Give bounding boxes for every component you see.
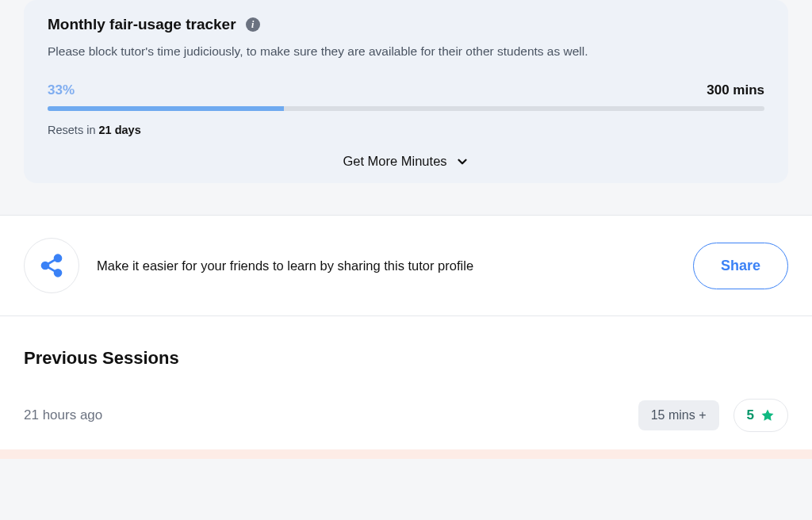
usage-progress-track [48, 106, 764, 111]
usage-resets-days: 21 days [98, 124, 140, 136]
session-row[interactable]: 21 hours ago 15 mins + 5 [0, 377, 812, 449]
get-more-minutes-button[interactable]: Get More Minutes [48, 154, 764, 169]
previous-sessions-section: Previous Sessions [0, 316, 812, 377]
chevron-down-icon [455, 155, 469, 169]
usage-tracker-description: Please block tutor's time judiciously, t… [48, 44, 764, 59]
usage-tracker-title: Monthly fair-usage tracker [48, 16, 236, 33]
previous-sessions-heading: Previous Sessions [24, 348, 788, 369]
usage-resets-prefix: Resets in [48, 124, 98, 136]
usage-resets-text: Resets in 21 days [48, 124, 764, 136]
share-icon [24, 238, 79, 293]
get-more-minutes-label: Get More Minutes [343, 154, 446, 169]
session-duration-pill: 15 mins + [638, 400, 719, 430]
usage-percent: 33% [48, 82, 75, 98]
usage-tracker-card: Monthly fair-usage tracker i Please bloc… [24, 0, 788, 183]
svg-marker-5 [762, 410, 774, 421]
footer-strip [0, 449, 812, 459]
usage-tracker-header: Monthly fair-usage tracker i [48, 16, 764, 33]
session-rating-value: 5 [747, 407, 754, 423]
usage-total-minutes: 300 mins [707, 82, 764, 98]
session-timestamp: 21 hours ago [24, 407, 102, 423]
share-button[interactable]: Share [693, 243, 788, 289]
session-meta: 15 mins + 5 [638, 399, 788, 432]
session-rating-pill: 5 [733, 399, 788, 432]
share-section: Make it easier for your friends to learn… [0, 215, 812, 316]
svg-line-3 [48, 260, 55, 264]
usage-progress-fill [48, 106, 284, 111]
usage-stats-row: 33% 300 mins [48, 82, 764, 98]
info-icon[interactable]: i [246, 17, 260, 32]
svg-line-4 [48, 267, 55, 271]
share-description: Make it easier for your friends to learn… [97, 258, 676, 273]
star-icon [760, 408, 775, 422]
